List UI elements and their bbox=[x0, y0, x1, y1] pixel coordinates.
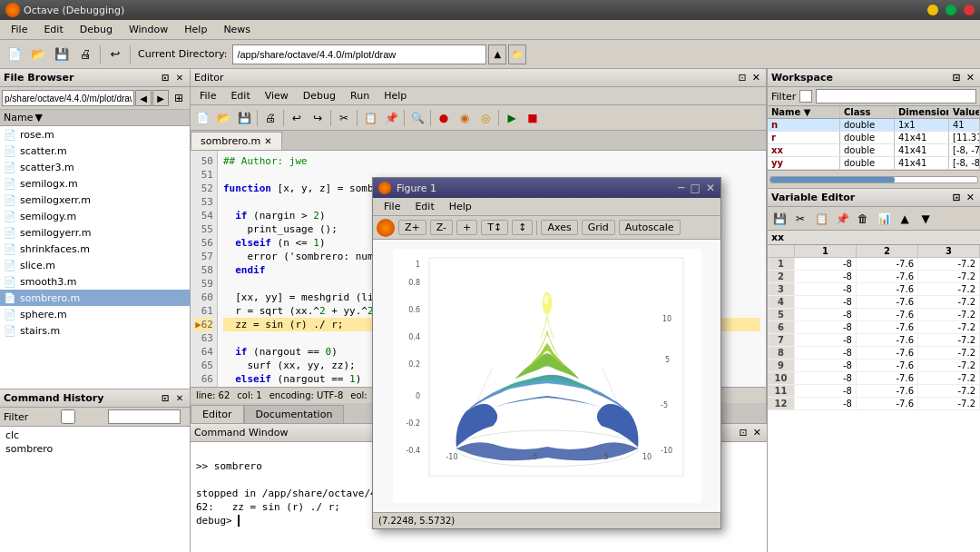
vt-cell-3[interactable]: -7.2 bbox=[918, 334, 980, 346]
ed-undo-btn[interactable]: ↩ bbox=[287, 108, 307, 128]
vt-cell-1[interactable]: -8 bbox=[795, 271, 857, 282]
cmd-history-filter-checkbox[interactable] bbox=[32, 409, 104, 424]
cmd-history-filter-input[interactable] bbox=[108, 409, 181, 424]
vt-cell-3[interactable]: -7.2 bbox=[918, 283, 980, 295]
fb-back-button[interactable]: ◀ bbox=[135, 90, 152, 106]
workspace-row[interactable]: xx double 41x41 [-8, -7.6... bbox=[768, 144, 980, 157]
close-button[interactable] bbox=[964, 5, 975, 15]
vt-cell-1[interactable]: -8 bbox=[795, 398, 857, 409]
ve-down-btn[interactable]: ▼ bbox=[916, 210, 936, 228]
fig-zoom-in-btn[interactable]: Z+ bbox=[398, 220, 426, 235]
fb-file-item[interactable]: 📄semilogx.m bbox=[0, 175, 190, 192]
fig-menu-file[interactable]: File bbox=[377, 199, 407, 214]
vt-cell-1[interactable]: -8 bbox=[795, 283, 857, 295]
undo-button[interactable]: ↩ bbox=[104, 44, 126, 65]
workspace-row[interactable]: r double 41x41 [11.314... bbox=[768, 132, 980, 144]
file-browser-path-input[interactable] bbox=[2, 90, 134, 106]
vt-cell-3[interactable]: -7.2 bbox=[918, 309, 980, 320]
workspace-undock[interactable]: ⊡ bbox=[951, 72, 963, 84]
vt-cell-3[interactable]: -7.2 bbox=[918, 321, 980, 333]
workspace-close[interactable]: ✕ bbox=[965, 72, 976, 84]
ed-stop-btn[interactable]: ■ bbox=[523, 108, 543, 128]
variable-data-table[interactable]: 1 2 3 1 -8 -7.6 -7.22 -8 -7.6 -7.23 -8 -… bbox=[768, 245, 980, 552]
var-table-row[interactable]: 7 -8 -7.6 -7.2 bbox=[768, 334, 980, 347]
editor-menu-view[interactable]: View bbox=[258, 88, 296, 104]
menu-file[interactable]: File bbox=[4, 22, 34, 37]
command-history-list[interactable]: clcsombrero bbox=[0, 427, 190, 552]
editor-undock[interactable]: ⊡ bbox=[737, 72, 749, 84]
figure1-minimize[interactable]: ─ bbox=[678, 182, 684, 194]
vt-cell-3[interactable]: -7.2 bbox=[918, 258, 980, 270]
bottom-tab-documentation[interactable]: Documentation bbox=[244, 405, 345, 423]
editor-close[interactable]: ✕ bbox=[750, 72, 762, 84]
var-table-row[interactable]: 5 -8 -7.6 -7.2 bbox=[768, 309, 980, 321]
vt-cell-1[interactable]: -8 bbox=[795, 372, 857, 384]
open-file-button[interactable]: 📂 bbox=[27, 44, 49, 65]
cmd-history-item[interactable]: sombrero bbox=[5, 442, 184, 456]
new-file-button[interactable]: 📄 bbox=[4, 44, 25, 65]
menu-help[interactable]: Help bbox=[177, 22, 214, 37]
editor-menu-help[interactable]: Help bbox=[377, 88, 414, 104]
editor-menu-debug[interactable]: Debug bbox=[296, 88, 343, 104]
var-editor-undock[interactable]: ⊡ bbox=[951, 192, 963, 203]
cmd-history-close[interactable]: ✕ bbox=[173, 392, 186, 405]
fig-crosshair-btn[interactable]: + bbox=[456, 220, 477, 235]
ve-cut-btn[interactable]: ✂ bbox=[790, 210, 810, 228]
var-table-row[interactable]: 8 -8 -7.6 -7.2 bbox=[768, 347, 980, 360]
menu-window[interactable]: Window bbox=[122, 22, 175, 37]
var-table-row[interactable]: 6 -8 -7.6 -7.2 bbox=[768, 321, 980, 334]
fig-axes-btn[interactable]: Axes bbox=[541, 220, 577, 235]
vt-cell-1[interactable]: -8 bbox=[795, 385, 857, 397]
vt-cell-3[interactable]: -7.2 bbox=[918, 347, 980, 359]
dir-up-button[interactable]: ▲ bbox=[488, 44, 506, 64]
minimize-button[interactable] bbox=[927, 5, 938, 15]
ed-new-btn[interactable]: 📄 bbox=[192, 108, 212, 128]
workspace-filter-checkbox[interactable] bbox=[799, 90, 812, 103]
menu-news[interactable]: News bbox=[216, 22, 258, 37]
ed-find-btn[interactable]: 🔍 bbox=[407, 108, 427, 128]
var-table-row[interactable]: 3 -8 -7.6 -7.2 bbox=[768, 283, 980, 296]
vt-cell-2[interactable]: -7.6 bbox=[857, 296, 918, 308]
var-table-row[interactable]: 2 -8 -7.6 -7.2 bbox=[768, 271, 980, 283]
workspace-row[interactable]: yy double 41x41 [-8, -8,... bbox=[768, 157, 980, 170]
vt-cell-1[interactable]: -8 bbox=[795, 321, 857, 333]
ed-redo-btn[interactable]: ↪ bbox=[308, 108, 328, 128]
workspace-filter-input[interactable] bbox=[816, 89, 976, 104]
fb-actions-button[interactable]: ⊞ bbox=[170, 89, 188, 107]
ed-run-btn[interactable]: ▶ bbox=[502, 108, 522, 128]
cmd-window-close[interactable]: ✕ bbox=[751, 427, 763, 439]
editor-menu-edit[interactable]: Edit bbox=[223, 88, 257, 104]
fb-file-item[interactable]: 📄semilogy.m bbox=[0, 208, 190, 224]
dir-browse-button[interactable]: 📁 bbox=[508, 44, 526, 64]
fb-forward-button[interactable]: ▶ bbox=[152, 90, 169, 106]
print-button[interactable]: 🖨 bbox=[74, 44, 96, 65]
vt-cell-3[interactable]: -7.2 bbox=[918, 385, 980, 397]
var-table-row[interactable]: 10 -8 -7.6 -7.2 bbox=[768, 372, 980, 385]
menu-debug[interactable]: Debug bbox=[73, 22, 120, 37]
ve-up-btn[interactable]: ▲ bbox=[895, 210, 915, 228]
var-table-row[interactable]: 11 -8 -7.6 -7.2 bbox=[768, 385, 980, 398]
vt-cell-1[interactable]: -8 bbox=[795, 296, 857, 308]
fb-file-item[interactable]: 📄sombrero.m bbox=[0, 290, 190, 306]
vt-cell-1[interactable]: -8 bbox=[795, 309, 857, 320]
editor-menu-run[interactable]: Run bbox=[343, 88, 377, 104]
ed-open-btn[interactable]: 📂 bbox=[213, 108, 233, 128]
vt-cell-3[interactable]: -7.2 bbox=[918, 296, 980, 308]
figure1-close[interactable]: ✕ bbox=[706, 182, 715, 194]
ed-copy-btn[interactable]: 📋 bbox=[360, 108, 380, 128]
workspace-scrollbar-thumb[interactable] bbox=[770, 177, 895, 182]
vt-cell-2[interactable]: -7.6 bbox=[857, 334, 918, 346]
vt-cell-2[interactable]: -7.6 bbox=[857, 398, 918, 409]
var-table-row[interactable]: 12 -8 -7.6 -7.2 bbox=[768, 398, 980, 410]
ed-bp1-btn[interactable]: ● bbox=[434, 108, 454, 128]
file-browser-list[interactable]: 📄rose.m📄scatter.m📄scatter3.m📄semilogx.m📄… bbox=[0, 126, 190, 389]
vt-cell-2[interactable]: -7.6 bbox=[857, 321, 918, 333]
ed-print-btn[interactable]: 🖨 bbox=[260, 108, 280, 128]
fb-file-item[interactable]: 📄semilogyerr.m bbox=[0, 224, 190, 241]
ve-copy-btn[interactable]: 📋 bbox=[811, 210, 831, 228]
editor-tab-sombrero-close[interactable]: ✕ bbox=[264, 136, 271, 146]
save-button[interactable]: 💾 bbox=[51, 44, 73, 65]
ve-paste-btn[interactable]: 📌 bbox=[832, 210, 852, 228]
vt-cell-2[interactable]: -7.6 bbox=[857, 283, 918, 295]
vt-cell-2[interactable]: -7.6 bbox=[857, 372, 918, 384]
